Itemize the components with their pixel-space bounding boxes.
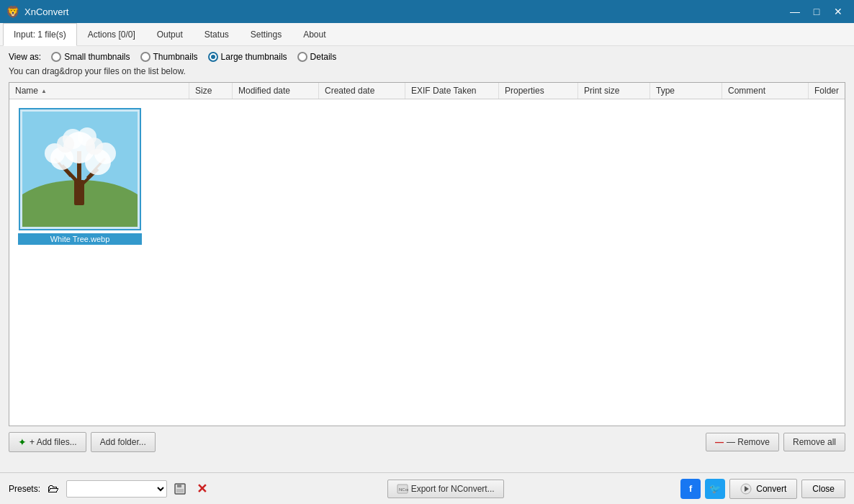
tab-about[interactable]: About bbox=[292, 23, 336, 45]
app-title: XnConvert bbox=[24, 6, 68, 17]
view-as-row: View as: Small thumbnails Thumbnails Lar… bbox=[9, 52, 845, 62]
tab-output[interactable]: Output bbox=[146, 23, 194, 45]
presets-delete-icon[interactable]: ✕ bbox=[193, 480, 210, 498]
sort-arrow-name: ▲ bbox=[41, 88, 47, 94]
view-small-option[interactable]: Small thumbnails bbox=[51, 52, 130, 62]
view-large-option[interactable]: Large thumbnails bbox=[208, 52, 287, 62]
col-header-created[interactable]: Created date bbox=[319, 83, 405, 99]
col-header-comment[interactable]: Comment bbox=[722, 83, 809, 99]
main-content: View as: Small thumbnails Thumbnails Lar… bbox=[0, 46, 854, 472]
footer-center: NConv Export for NConvert... bbox=[387, 480, 504, 498]
presets-save-icon[interactable] bbox=[171, 480, 189, 498]
add-files-icon: ✦ bbox=[18, 436, 27, 448]
radio-details bbox=[297, 52, 307, 62]
file-name: White Tree.webp bbox=[18, 233, 142, 245]
file-list-body: White Tree.webp bbox=[9, 99, 845, 253]
convert-icon bbox=[740, 483, 752, 495]
add-folder-button[interactable]: Add folder... bbox=[91, 432, 156, 452]
bottom-right-buttons: — — Remove Remove all bbox=[706, 433, 845, 451]
file-item[interactable]: White Tree.webp bbox=[15, 105, 145, 248]
col-header-type[interactable]: Type bbox=[650, 83, 722, 99]
file-list-container[interactable]: Name ▲ Size Modified date Created date E… bbox=[9, 82, 845, 426]
tab-input[interactable]: Input: 1 file(s) bbox=[3, 23, 77, 46]
app-icon: 🦁 bbox=[6, 5, 20, 19]
svg-rect-19 bbox=[177, 484, 181, 487]
view-medium-label: Thumbnails bbox=[153, 52, 198, 62]
add-files-button[interactable]: ✦ + Add files... bbox=[9, 432, 86, 452]
remove-button[interactable]: — — Remove bbox=[706, 433, 779, 451]
col-header-folder[interactable]: Folder bbox=[809, 83, 845, 99]
view-as-label: View as: bbox=[9, 52, 41, 62]
svg-rect-20 bbox=[176, 489, 184, 492]
view-details-label: Details bbox=[310, 52, 337, 62]
tab-status[interactable]: Status bbox=[194, 23, 240, 45]
view-medium-option[interactable]: Thumbnails bbox=[140, 52, 198, 62]
presets-dropdown[interactable] bbox=[66, 480, 167, 498]
remove-icon: — bbox=[715, 437, 724, 447]
export-icon: NConv bbox=[397, 484, 408, 494]
menu-bar: Input: 1 file(s)Actions [0/0]OutputStatu… bbox=[0, 23, 854, 46]
tab-settings[interactable]: Settings bbox=[240, 23, 292, 45]
maximize-button[interactable]: □ bbox=[806, 1, 827, 22]
tree-thumbnail bbox=[22, 112, 138, 227]
convert-button[interactable]: Convert bbox=[729, 479, 797, 499]
radio-small bbox=[51, 52, 61, 62]
export-button[interactable]: NConv Export for NConvert... bbox=[387, 480, 504, 498]
col-header-print[interactable]: Print size bbox=[578, 83, 650, 99]
svg-point-17 bbox=[86, 138, 103, 155]
bottom-buttons: ✦ + Add files... Add folder... — — Remov… bbox=[9, 432, 845, 452]
footer-left: Presets: 🗁 ✕ bbox=[9, 480, 210, 498]
col-header-size[interactable]: Size bbox=[189, 83, 233, 99]
title-bar-left: 🦁 XnConvert bbox=[6, 5, 68, 19]
radio-large bbox=[208, 52, 218, 62]
bottom-left-buttons: ✦ + Add files... Add folder... bbox=[9, 432, 156, 452]
minimize-button[interactable]: — bbox=[785, 1, 805, 22]
presets-folder-icon[interactable]: 🗁 bbox=[45, 480, 62, 498]
svg-point-16 bbox=[57, 135, 74, 153]
radio-medium bbox=[140, 52, 150, 62]
close-button[interactable]: Close bbox=[801, 480, 845, 498]
view-details-option[interactable]: Details bbox=[297, 52, 337, 62]
svg-text:NConv: NConv bbox=[399, 487, 408, 492]
col-header-modified[interactable]: Modified date bbox=[233, 83, 319, 99]
col-header-properties[interactable]: Properties bbox=[499, 83, 578, 99]
footer-right: f 🐦 Convert Close bbox=[680, 479, 845, 499]
drag-hint: You can drag&drop your files on the list… bbox=[9, 66, 845, 76]
presets-label: Presets: bbox=[9, 484, 40, 494]
window-controls: — □ ✕ bbox=[785, 1, 848, 22]
footer: Presets: 🗁 ✕ NConv Export for NConvert..… bbox=[0, 472, 854, 504]
col-header-exif[interactable]: EXIF Date Taken bbox=[405, 83, 499, 99]
title-bar: 🦁 XnConvert — □ ✕ bbox=[0, 0, 854, 23]
close-window-button[interactable]: ✕ bbox=[828, 1, 848, 22]
file-thumb-wrapper bbox=[19, 108, 141, 230]
facebook-button[interactable]: f bbox=[680, 479, 701, 499]
remove-all-button[interactable]: Remove all bbox=[783, 433, 845, 451]
file-list-header: Name ▲ Size Modified date Created date E… bbox=[9, 83, 845, 99]
twitter-button[interactable]: 🐦 bbox=[705, 479, 725, 499]
view-large-label: Large thumbnails bbox=[221, 52, 287, 62]
tab-actions[interactable]: Actions [0/0] bbox=[77, 23, 146, 45]
col-header-name[interactable]: Name ▲ bbox=[9, 83, 189, 99]
view-small-label: Small thumbnails bbox=[64, 52, 130, 62]
